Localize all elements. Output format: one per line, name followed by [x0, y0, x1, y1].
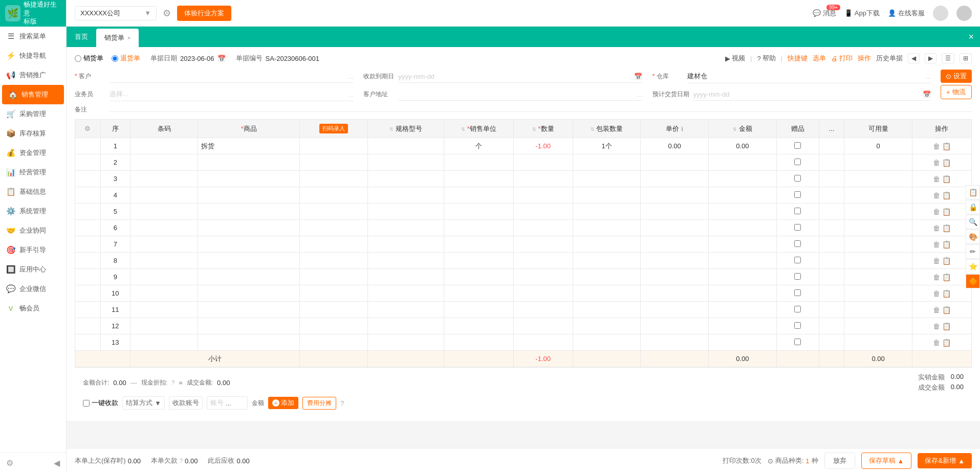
settings-bottom-icon[interactable]: ⚙: [6, 458, 13, 468]
row-product-9[interactable]: [198, 285, 300, 302]
row-spec-9[interactable]: [367, 285, 444, 302]
sidebar-item-appstore[interactable]: 🔲 应用中心: [0, 260, 66, 279]
tab-home[interactable]: 首页: [67, 27, 96, 47]
avatar2[interactable]: [956, 6, 972, 21]
row-delete-2[interactable]: 🗑: [933, 175, 940, 183]
row-price-9[interactable]: [641, 285, 709, 302]
row-spec-0[interactable]: [367, 138, 444, 154]
row-unit-4[interactable]: [444, 204, 513, 220]
settle-account-select[interactable]: 收款账号: [169, 396, 203, 410]
row-pkg-12[interactable]: [573, 334, 641, 351]
col-gear-header[interactable]: ⚙: [75, 120, 101, 138]
settle-method-select[interactable]: 结算方式 ▼: [122, 396, 165, 410]
sidebar-item-finance[interactable]: 💰 资金管理: [0, 143, 66, 163]
save-new-dropdown-icon[interactable]: ▲: [958, 457, 965, 465]
row-amount-1[interactable]: [708, 154, 776, 171]
row-product-2[interactable]: [198, 171, 300, 187]
row-unit-10[interactable]: [444, 302, 513, 318]
add-payment-btn[interactable]: + 添加: [268, 397, 298, 409]
due-date-calendar-icon[interactable]: 📅: [634, 73, 642, 80]
row-copy-6[interactable]: 📋: [942, 240, 951, 249]
tabbar-close-icon[interactable]: ×: [968, 32, 974, 42]
print-tool[interactable]: 🖨 打印: [831, 54, 853, 63]
abandon-btn[interactable]: 放弃: [824, 453, 855, 469]
row-price-3[interactable]: [641, 187, 709, 204]
save-new-btn[interactable]: 保存&新增 ▲: [918, 453, 972, 468]
online-service-btn[interactable]: 👤 在线客服: [888, 9, 925, 18]
row-price-6[interactable]: [641, 236, 709, 253]
row-pkg-2[interactable]: [573, 171, 641, 187]
prev-btn[interactable]: ◀: [908, 53, 920, 63]
salesperson-input[interactable]: 选择... ...: [110, 87, 353, 101]
row-copy-1[interactable]: 📋: [942, 159, 951, 167]
row-spec-6[interactable]: [367, 236, 444, 253]
row-barcode-7[interactable]: [130, 253, 198, 269]
row-copy-2[interactable]: 📋: [942, 175, 951, 183]
row-price-5[interactable]: [641, 220, 709, 236]
row-gift-8[interactable]: [776, 269, 819, 285]
row-delete-3[interactable]: 🗑: [933, 191, 940, 199]
row-delete-7[interactable]: 🗑: [933, 257, 940, 265]
row-qty-6[interactable]: [513, 236, 573, 253]
row-price-1[interactable]: [641, 154, 709, 171]
row-pkg-0[interactable]: 1个: [573, 138, 641, 154]
sidebar-item-enterprise[interactable]: 🤝 企业协同: [0, 221, 66, 240]
row-barcode-12[interactable]: [130, 334, 198, 351]
row-spec-5[interactable]: [367, 220, 444, 236]
row-copy-8[interactable]: 📋: [942, 273, 951, 281]
sidebar-item-sales[interactable]: 🏠 销售管理: [2, 85, 64, 104]
messages-btn[interactable]: 💬 消息 99+: [813, 9, 836, 18]
row-product-3[interactable]: [198, 187, 300, 204]
row-product-6[interactable]: [198, 236, 300, 253]
sidebar-item-system[interactable]: ⚙️ 系统管理: [0, 201, 66, 221]
warehouse-input[interactable]: 建材仓 ...: [687, 70, 931, 83]
sidebar-item-guide[interactable]: 🎯 新手引导: [0, 240, 66, 260]
row-spec-8[interactable]: [367, 269, 444, 285]
row-gift-4[interactable]: [776, 204, 819, 220]
row-barcode-2[interactable]: [130, 171, 198, 187]
row-spec-1[interactable]: [367, 154, 444, 171]
row-price-2[interactable]: [641, 171, 709, 187]
row-amount-4[interactable]: [708, 204, 776, 220]
row-unit-3[interactable]: [444, 187, 513, 204]
row-spec-3[interactable]: [367, 187, 444, 204]
right-tool-2[interactable]: 🔒: [966, 200, 980, 214]
row-gift-0[interactable]: [776, 138, 819, 154]
row-copy-7[interactable]: 📋: [942, 257, 951, 265]
row-spec-10[interactable]: [367, 302, 444, 318]
row-product-10[interactable]: [198, 302, 300, 318]
avatar[interactable]: [933, 6, 948, 21]
grid-view-btn[interactable]: ⊞: [960, 53, 972, 63]
row-amount-2[interactable]: [708, 171, 776, 187]
row-barcode-11[interactable]: [130, 318, 198, 334]
row-gift-11[interactable]: [776, 318, 819, 334]
radio-sales-input[interactable]: [75, 55, 81, 62]
experience-btn[interactable]: 体验行业方案: [177, 6, 231, 21]
row-unit-9[interactable]: [444, 285, 513, 302]
row-amount-6[interactable]: [708, 236, 776, 253]
select-tool[interactable]: 选单: [813, 54, 826, 63]
row-price-12[interactable]: [641, 334, 709, 351]
row-price-11[interactable]: [641, 318, 709, 334]
row-price-10[interactable]: [641, 302, 709, 318]
right-tool-6[interactable]: ⭐: [966, 259, 980, 274]
row-gift-6[interactable]: [776, 236, 819, 253]
collapse-icon[interactable]: ◀: [54, 458, 60, 468]
row-barcode-10[interactable]: [130, 302, 198, 318]
row-spec-12[interactable]: [367, 334, 444, 351]
row-spec-11[interactable]: [367, 318, 444, 334]
history-tool[interactable]: 历史单据: [876, 54, 903, 63]
radio-return[interactable]: 退货单: [112, 54, 140, 63]
row-copy-3[interactable]: 📋: [942, 191, 951, 199]
row-barcode-1[interactable]: [130, 154, 198, 171]
expense-split-btn[interactable]: 费用分摊: [302, 397, 336, 410]
right-tool-5[interactable]: ✏: [966, 244, 980, 259]
row-spec-4[interactable]: [367, 204, 444, 220]
due-date-input[interactable]: yyyy-mm-dd 📅: [398, 71, 642, 83]
row-amount-5[interactable]: [708, 220, 776, 236]
row-copy-4[interactable]: 📋: [942, 208, 951, 216]
row-product-12[interactable]: [198, 334, 300, 351]
row-unit-1[interactable]: [444, 154, 513, 171]
row-pkg-9[interactable]: [573, 285, 641, 302]
row-qty-10[interactable]: [513, 302, 573, 318]
